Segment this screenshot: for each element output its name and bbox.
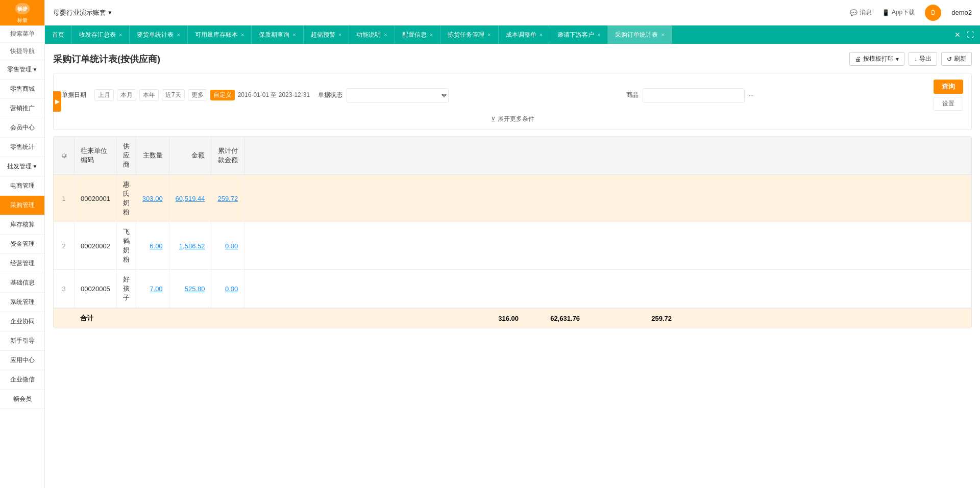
status-select[interactable] — [347, 88, 449, 102]
tab-close-icon[interactable]: × — [177, 32, 180, 38]
col-code-header: 往来单位编码 — [75, 137, 117, 175]
tab-保质期查询[interactable]: 保质期查询× — [252, 25, 303, 44]
sidebar-item-经营管理[interactable]: 经营管理 — [0, 254, 44, 273]
maximize-btn[interactable]: ⛶ — [965, 30, 976, 40]
sidebar-item-零售商城[interactable]: 零售商城 — [0, 80, 44, 99]
date-7days-btn[interactable]: 近7天 — [162, 89, 185, 101]
account-name: 母婴行业演示账套 — [53, 8, 106, 17]
tab-首页[interactable]: 首页 — [45, 25, 72, 44]
tab-label: 首页 — [52, 31, 64, 39]
tab-label: 要货单统计表 — [137, 31, 174, 39]
tab-close-icon[interactable]: × — [540, 32, 543, 38]
tab-收发存汇总表[interactable]: 收发存汇总表× — [72, 25, 130, 44]
avatar[interactable]: D — [925, 5, 941, 21]
sidebar-item-企业微信[interactable]: 企业微信 — [0, 370, 44, 390]
tab-close-icon[interactable]: × — [241, 32, 244, 38]
sidebar-item-企业协同[interactable]: 企业协同 — [0, 312, 44, 331]
tab-拣货任务管理[interactable]: 拣货任务管理× — [440, 25, 498, 44]
table-cell-4[interactable]: 60,519.44 — [169, 175, 211, 222]
message-btn[interactable]: 💬 消息 — [850, 8, 872, 17]
sidebar-item-系统管理[interactable]: 系统管理 — [0, 293, 44, 312]
tab-close-icon[interactable]: × — [119, 32, 122, 38]
goods-label: 商品 — [626, 91, 639, 99]
tab-超储预警[interactable]: 超储预警× — [304, 25, 349, 44]
app-download-label: App下载 — [892, 8, 915, 17]
query-btn[interactable]: 查询 — [934, 80, 963, 94]
date-more-btn[interactable]: 更多 — [188, 89, 207, 101]
date-this-year-btn[interactable]: 本年 — [139, 89, 159, 101]
filter-toggle-btn[interactable]: ▶ — [53, 91, 61, 112]
tab-close-icon[interactable]: × — [292, 32, 296, 38]
table-cell-4[interactable]: 525.80 — [169, 270, 211, 308]
table-cell-3[interactable]: 303.00 — [136, 175, 169, 222]
table-cell-3[interactable]: 6.00 — [136, 222, 169, 270]
close-tab-btn[interactable]: ✕ — [952, 30, 963, 40]
export-btn[interactable]: ↓ 导出 — [909, 52, 937, 66]
tab-close-icon[interactable]: × — [597, 32, 600, 38]
goods-input[interactable] — [643, 88, 745, 102]
tab-close-icon[interactable]: × — [384, 32, 387, 38]
topbar-left: 母婴行业演示账套 ▾ — [53, 8, 112, 17]
sidebar-item-零售统计[interactable]: 零售统计 — [0, 138, 44, 157]
col-settings[interactable] — [54, 137, 75, 175]
tab-采购订单统计表[interactable]: 采购订单统计表× — [608, 25, 672, 44]
sidebar-item-应用中心[interactable]: 应用中心 — [0, 351, 44, 370]
search-menu[interactable]: 搜索菜单 — [0, 25, 44, 43]
sidebar-item-营销推广[interactable]: 营销推广 — [0, 99, 44, 118]
date-custom-badge[interactable]: 自定义 — [210, 90, 235, 100]
filter-status: 单据状态 ▾ — [318, 88, 446, 102]
expand-more-btn[interactable]: ⊻ 展开更多条件 — [62, 115, 963, 123]
table-cell-5[interactable]: 0.00 — [211, 270, 244, 308]
filter-dates: 上月 本月 本年 近7天 更多 自定义 2016-01-01 至 2023-12… — [94, 89, 310, 101]
date-this-month-btn[interactable]: 本月 — [117, 89, 136, 101]
tab-close-icon[interactable]: × — [661, 32, 664, 38]
sidebar-item-批发管理[interactable]: 批发管理▼ — [0, 157, 44, 176]
app-download-btn[interactable]: 📱 App下载 — [882, 8, 915, 17]
sidebar-arrow-icon: ▼ — [33, 67, 38, 72]
settings-btn[interactable]: 设置 — [934, 97, 963, 111]
tab-配置信息[interactable]: 配置信息× — [395, 25, 440, 44]
account-dropdown[interactable]: 母婴行业演示账套 ▾ — [53, 8, 112, 17]
table-cell-5[interactable]: 0.00 — [211, 222, 244, 270]
sidebar-item-电商管理[interactable]: 电商管理 — [0, 176, 44, 196]
tab-label: 配置信息 — [402, 31, 427, 39]
tab-label: 功能说明 — [356, 31, 381, 39]
table-row[interactable]: 300020005好孩子7.00525.800.00 — [54, 270, 971, 308]
username[interactable]: demo2 — [951, 9, 972, 16]
table-cell-0: 1 — [54, 175, 75, 222]
tab-可用量库存账本[interactable]: 可用量库存账本× — [188, 25, 252, 44]
sidebar-item-基础信息[interactable]: 基础信息 — [0, 273, 44, 293]
tab-邀请下游客户[interactable]: 邀请下游客户× — [550, 25, 608, 44]
table-wrapper: 往来单位编码 供应商 主数量 金额 累计付款金额 100020001惠氏奶粉30… — [53, 136, 972, 328]
table-cell-5[interactable]: 259.72 — [211, 175, 244, 222]
message-icon: 💬 — [850, 9, 857, 16]
refresh-btn[interactable]: ↺ 刷新 — [941, 52, 972, 66]
sidebar-item-库存核算[interactable]: 库存核算 — [0, 215, 44, 235]
sidebar-item-零售管理[interactable]: 零售管理▼ — [0, 60, 44, 80]
table-header-row: 往来单位编码 供应商 主数量 金额 累计付款金额 — [54, 137, 971, 175]
sidebar-item-新手引导[interactable]: 新手引导 — [0, 331, 44, 351]
tab-close-icon[interactable]: × — [338, 32, 341, 38]
sidebar-item-畅会员[interactable]: 畅会员 — [0, 390, 44, 409]
sidebar-item-会员中心[interactable]: 会员中心 — [0, 118, 44, 138]
tab-要货单统计表[interactable]: 要货单统计表× — [130, 25, 187, 44]
page-title: 采购订单统计表(按供应商) — [53, 53, 160, 65]
filter-section: ▶ 单据日期 上月 本月 本年 近7天 更多 自定义 2016-01-01 至 … — [53, 73, 972, 130]
topbar: 母婴行业演示账套 ▾ 💬 消息 📱 App下载 D demo2 — [45, 0, 980, 25]
expand-icon: ⊻ — [491, 116, 496, 123]
sidebar-logo[interactable]: 畅捷 标量 — [0, 0, 44, 25]
sidebar-item-采购管理[interactable]: 采购管理 — [0, 196, 44, 215]
table-cell-4[interactable]: 1,586.52 — [169, 222, 211, 270]
table-row[interactable]: 200020002飞鹤奶粉6.001,586.520.00 — [54, 222, 971, 270]
shortcut-nav[interactable]: 快捷导航 — [0, 43, 44, 60]
table-cell-3[interactable]: 7.00 — [136, 270, 169, 308]
tab-close-icon[interactable]: × — [430, 32, 433, 38]
print-btn[interactable]: 🖨 按模板打印 ▾ — [849, 52, 904, 66]
date-last-month-btn[interactable]: 上月 — [94, 89, 114, 101]
tab-成本调整单[interactable]: 成本调整单× — [499, 25, 550, 44]
sidebar-item-资金管理[interactable]: 资金管理 — [0, 235, 44, 254]
tab-功能说明[interactable]: 功能说明× — [349, 25, 395, 44]
table-row[interactable]: 100020001惠氏奶粉303.0060,519.44259.72 — [54, 175, 971, 222]
tab-close-icon[interactable]: × — [487, 32, 491, 38]
goods-more-btn[interactable]: ··· — [749, 92, 754, 99]
